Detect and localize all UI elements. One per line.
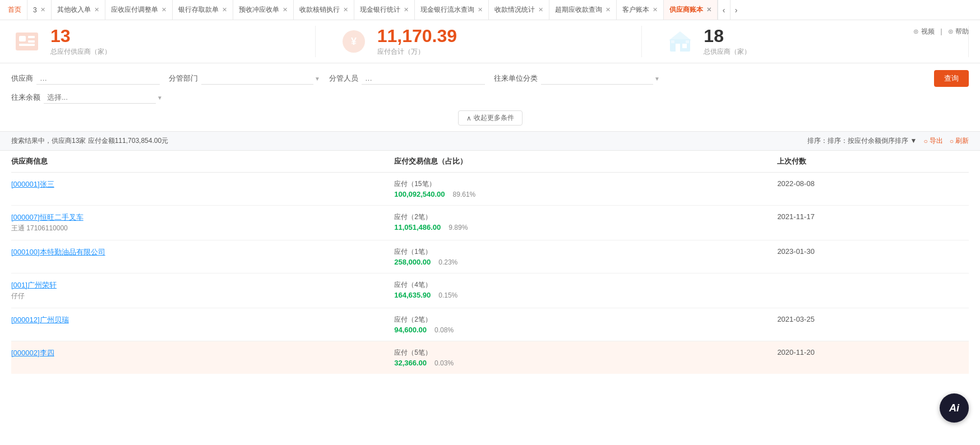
nav-prev-arrow[interactable]: ‹: [718, 0, 730, 20]
person-filter-label: 分管人员: [329, 73, 358, 84]
filter-row-1: 供应商 分管部门 ▼ 分管人员 往来单位分类 ▼ 查询: [11, 70, 969, 87]
nav-tab-receipt-stat[interactable]: 收款情况统计 ✕: [489, 0, 549, 20]
dept-dropdown-arrow[interactable]: ▼: [315, 76, 320, 82]
nav-tab-overdue-query[interactable]: 超期应收款查询 ✕: [549, 0, 617, 20]
nav-tab-home[interactable]: 首页: [2, 0, 27, 20]
sort-value[interactable]: 排序：按应付余额倒序排序: [828, 137, 908, 145]
stat-number-amount: 11,170.39: [377, 26, 457, 46]
supplier-cell-5: [000012]广州贝瑞: [11, 315, 394, 325]
search-button[interactable]: 查询: [934, 70, 969, 87]
header-right-links: ⊙ 视频 ｜ ⊙ 帮助: [913, 27, 969, 36]
tx-amount-6: 32,366.00: [394, 359, 427, 367]
close-icon[interactable]: ✕: [40, 6, 45, 13]
tab-label: 其他收入单: [57, 5, 91, 15]
close-icon[interactable]: ✕: [605, 6, 611, 13]
col-header-lastpay: 上次付数: [777, 156, 969, 166]
supplier-link-3[interactable]: [000100]本特勤油品有限公司: [11, 247, 394, 257]
help-link[interactable]: ⊙ 帮助: [948, 27, 969, 36]
supplier-link-6[interactable]: [000002]李四: [11, 348, 394, 358]
stat-number-total: 18: [704, 26, 751, 46]
tab-label: 现金银行统计: [360, 5, 400, 15]
close-icon[interactable]: ✕: [94, 6, 99, 13]
supplier-filter-label: 供应商: [11, 73, 33, 84]
tx-cell-6: 应付（5笔） 32,366.00 0.03%: [394, 348, 777, 367]
balance-input[interactable]: [44, 91, 156, 104]
stat-label-total: 总供应商（家）: [704, 47, 751, 57]
svg-rect-11: [671, 40, 674, 43]
table-container: 供应商信息 应付交易信息（占比） 上次付数 [000001]张三 应付（15笔）…: [0, 151, 980, 445]
supplier-link-5[interactable]: [000012]广州贝瑞: [11, 315, 394, 325]
close-icon[interactable]: ✕: [283, 6, 288, 13]
tx-label-5: 应付（2笔）: [394, 315, 777, 325]
tab-label: 供应商账本: [669, 5, 703, 15]
table-row: [000007]恒旺二手叉车 王通 17106110000 应付（2笔） 11,…: [11, 206, 969, 240]
supplier-link-2[interactable]: [000007]恒旺二手叉车: [11, 212, 394, 222]
ai-badge[interactable]: Ai: [940, 393, 969, 423]
link-separator: ｜: [938, 27, 945, 36]
tab3-label: 3: [33, 6, 37, 14]
nav-tab-bank[interactable]: 银行存取款单 ✕: [173, 0, 233, 20]
lastpay-cell-2: 2021-11-17: [777, 212, 969, 221]
result-bar-right: 排序：排序：按应付余额倒序排序 ▼ ○ 导出 ○ 刷新: [807, 136, 969, 146]
table-row: [000012]广州贝瑞 应付（2笔） 94,600.00 0.08% 2021…: [11, 308, 969, 341]
last-pay-5: 2021-03-25: [777, 315, 815, 323]
tx-amount-1: 100,092,540.00: [394, 190, 445, 198]
close-icon[interactable]: ✕: [653, 6, 658, 13]
tab-label: 超期应收款查询: [555, 5, 602, 15]
tx-percent-3: 0.23%: [438, 258, 457, 266]
tx-row-4: 164,635.90 0.15%: [394, 290, 777, 299]
export-button[interactable]: ○ 导出: [924, 136, 943, 146]
nav-tab-other-income[interactable]: 其他收入单 ✕: [52, 0, 105, 20]
dept-input[interactable]: [201, 72, 313, 85]
close-icon[interactable]: ✕: [222, 6, 227, 13]
balance-dropdown-arrow[interactable]: ▼: [157, 95, 163, 101]
supplier-cell-6: [000002]李四: [11, 348, 394, 358]
tx-row-2: 11,051,486.00 9.89%: [394, 222, 777, 231]
close-icon[interactable]: ✕: [706, 6, 711, 13]
tx-row-5: 94,600.00 0.08%: [394, 325, 777, 334]
nav-tab-cash-bank-flow[interactable]: 现金银行流水查询 ✕: [415, 0, 489, 20]
nav-next-arrow[interactable]: ›: [730, 0, 742, 20]
close-icon[interactable]: ✕: [343, 6, 348, 13]
close-icon[interactable]: ✕: [478, 6, 483, 13]
refresh-icon: ○: [950, 137, 954, 145]
category-input[interactable]: [541, 72, 653, 85]
nav-tab-ar-ap-adjust[interactable]: 应收应付调整单 ✕: [105, 0, 173, 20]
refresh-button[interactable]: ○ 刷新: [950, 136, 969, 146]
close-icon[interactable]: ✕: [161, 6, 167, 13]
tx-row-1: 100,092,540.00 89.61%: [394, 189, 777, 198]
collapse-button[interactable]: ∧ 收起更多条件: [458, 110, 523, 126]
tab-label: 应收应付调整单: [111, 5, 158, 15]
supplier-link-1[interactable]: [000001]张三: [11, 179, 394, 189]
nav-tab-prepay[interactable]: 预收冲应收单 ✕: [233, 0, 294, 20]
person-input[interactable]: [362, 72, 485, 85]
supplier-cell-3: [000100]本特勤油品有限公司: [11, 247, 394, 257]
supplier-input[interactable]: [36, 72, 160, 85]
close-icon[interactable]: ✕: [538, 6, 543, 13]
tx-label-2: 应付（2笔）: [394, 212, 777, 222]
nav-tab-customer-ledger[interactable]: 客户账本 ✕: [617, 0, 664, 20]
supplier-link-4[interactable]: [001]广州荣轩: [11, 280, 394, 290]
nav-tab-cash-bank-stat[interactable]: 现金银行统计 ✕: [354, 0, 415, 20]
filter-dept: 分管部门 ▼: [169, 72, 320, 85]
video-link[interactable]: ⊙ 视频: [913, 27, 934, 36]
last-pay-1: 2022-08-08: [777, 179, 815, 188]
nav-tab-receipt-verify[interactable]: 收款核销执行 ✕: [294, 0, 354, 20]
nav-tab-supplier-ledger[interactable]: 供应商账本 ✕: [664, 0, 718, 20]
last-pay-6: 2020-11-20: [777, 348, 815, 356]
stat-number-suppliers: 13: [50, 26, 111, 46]
amount-icon: ¥: [338, 26, 369, 57]
lastpay-cell-5: 2021-03-25: [777, 315, 969, 323]
table-row: [000002]李四 应付（5笔） 32,366.00 0.03% 2020-1…: [11, 341, 969, 374]
tx-cell-5: 应付（2笔） 94,600.00 0.08%: [394, 315, 777, 334]
header-stats: 13 总应付供应商（家） ¥ 11,170.39 应付合计（万）: [0, 20, 980, 63]
table-header: 供应商信息 应付交易信息（占比） 上次付数: [11, 151, 969, 173]
close-icon[interactable]: ✕: [404, 6, 409, 13]
tx-amount-2: 11,051,486.00: [394, 223, 441, 231]
nav-tab-3[interactable]: 3 ✕: [27, 0, 52, 20]
category-dropdown-arrow[interactable]: ▼: [654, 76, 660, 82]
stat-label-amount: 应付合计（万）: [377, 47, 457, 57]
svg-marker-8: [669, 31, 691, 40]
refresh-label: 刷新: [955, 136, 969, 146]
tx-percent-1: 89.61%: [453, 191, 476, 198]
